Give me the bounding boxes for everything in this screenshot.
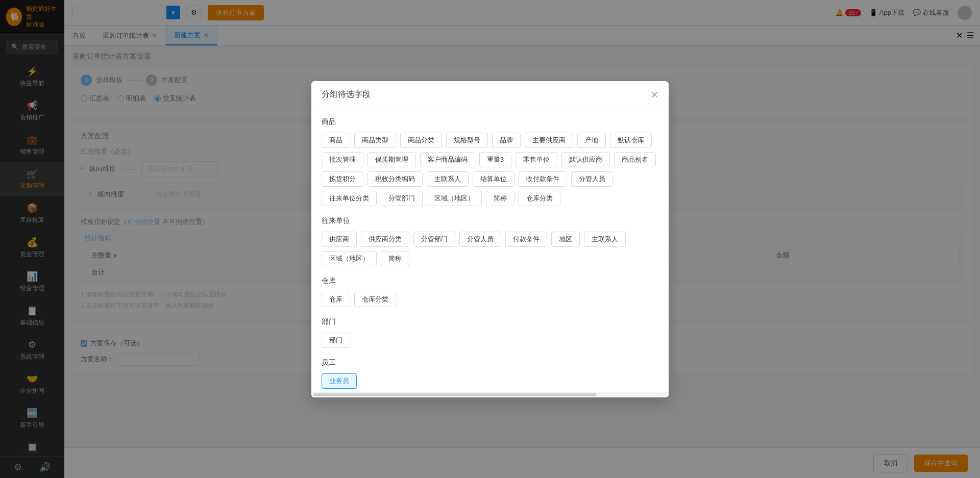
field-tag-product-4[interactable]: 品牌 bbox=[492, 133, 521, 148]
field-tag-warehouse-1[interactable]: 仓库分类 bbox=[354, 292, 396, 307]
modal-hscroll[interactable] bbox=[311, 392, 669, 397]
field-group-department: 部门 部门 bbox=[322, 317, 658, 348]
field-tag-department-0[interactable]: 部门 bbox=[322, 333, 350, 348]
field-group-department-title: 部门 bbox=[322, 317, 658, 326]
field-tag-warehouse-0[interactable]: 仓库 bbox=[322, 292, 350, 307]
field-group-staff: 员工 业务员 bbox=[322, 358, 658, 389]
field-tag-product-8[interactable]: 批次管理 bbox=[322, 152, 363, 167]
field-tag-product-24[interactable]: 简称 bbox=[486, 191, 514, 206]
field-tag-product-3[interactable]: 规格型号 bbox=[446, 133, 488, 148]
field-tag-partner-0[interactable]: 供应商 bbox=[322, 232, 357, 247]
modal-header: 分组待选字段 ✕ bbox=[311, 81, 669, 109]
field-group-partner-title: 往来单位 bbox=[322, 216, 658, 225]
field-tag-product-2[interactable]: 商品分类 bbox=[400, 133, 442, 148]
field-tag-partner-4[interactable]: 付款条件 bbox=[505, 232, 547, 247]
field-tag-product-0[interactable]: 商品 bbox=[322, 133, 350, 148]
field-tag-product-19[interactable]: 收付款条件 bbox=[519, 171, 567, 187]
field-tags-partner: 供应商 供应商分类 分管部门 分管人员 付款条件 地区 主联系人 区域（地区） … bbox=[322, 232, 658, 266]
field-tag-product-12[interactable]: 零售单位 bbox=[516, 152, 557, 167]
field-tag-partner-6[interactable]: 主联系人 bbox=[584, 232, 626, 247]
field-group-warehouse: 仓库 仓库 仓库分类 bbox=[322, 276, 658, 307]
field-tags-warehouse: 仓库 仓库分类 bbox=[322, 292, 658, 307]
modal-dialog: 分组待选字段 ✕ 商品 商品 商品类型 商品分类 规格型号 品牌 主要供应商 产… bbox=[311, 81, 669, 397]
field-tag-partner-1[interactable]: 供应商分类 bbox=[361, 232, 409, 247]
field-tag-product-15[interactable]: 拣货积分 bbox=[322, 171, 363, 187]
field-group-product: 商品 商品 商品类型 商品分类 规格型号 品牌 主要供应商 产地 默认仓库 批次… bbox=[322, 117, 658, 206]
field-tag-product-16[interactable]: 税收分类编码 bbox=[368, 171, 423, 187]
field-tag-product-5[interactable]: 主要供应商 bbox=[525, 133, 573, 148]
field-tags-staff: 业务员 bbox=[322, 373, 658, 389]
field-group-warehouse-title: 仓库 bbox=[322, 276, 658, 286]
field-tag-product-13[interactable]: 默认供应商 bbox=[561, 152, 610, 167]
field-tag-product-6[interactable]: 产地 bbox=[577, 133, 606, 148]
field-tag-partner-7[interactable]: 区域（地区） bbox=[322, 251, 377, 266]
modal-title: 分组待选字段 bbox=[322, 89, 371, 100]
field-tag-product-9[interactable]: 保质期管理 bbox=[368, 152, 416, 167]
field-tag-product-7[interactable]: 默认仓库 bbox=[610, 133, 652, 148]
field-tags-department: 部门 bbox=[322, 333, 658, 348]
field-tag-product-14[interactable]: 商品别名 bbox=[614, 152, 656, 167]
field-tag-product-10[interactable]: 客户商品编码 bbox=[420, 152, 475, 167]
field-tag-product-11[interactable]: 重量3 bbox=[479, 152, 511, 167]
field-tag-product-1[interactable]: 商品类型 bbox=[354, 133, 396, 148]
hscroll-thumb[interactable] bbox=[313, 393, 596, 396]
field-tag-partner-8[interactable]: 简称 bbox=[381, 251, 409, 266]
field-tag-product-18[interactable]: 结算单位 bbox=[473, 171, 514, 187]
hscroll-track bbox=[313, 393, 667, 396]
modal-close-button[interactable]: ✕ bbox=[651, 89, 658, 100]
field-group-staff-title: 员工 bbox=[322, 358, 658, 367]
field-tag-product-17[interactable]: 主联系人 bbox=[427, 171, 469, 187]
field-tag-product-25[interactable]: 仓库分类 bbox=[519, 191, 560, 206]
field-group-partner: 往来单位 供应商 供应商分类 分管部门 分管人员 付款条件 地区 主联系人 区域… bbox=[322, 216, 658, 266]
field-group-product-title: 商品 bbox=[322, 117, 658, 127]
field-tag-partner-3[interactable]: 分管人员 bbox=[459, 232, 501, 247]
modal-body: 商品 商品 商品类型 商品分类 规格型号 品牌 主要供应商 产地 默认仓库 批次… bbox=[311, 109, 669, 392]
field-tag-product-21[interactable]: 往来单位分类 bbox=[322, 191, 377, 206]
field-tag-partner-5[interactable]: 地区 bbox=[551, 232, 580, 247]
field-tag-product-22[interactable]: 分管部门 bbox=[381, 191, 423, 206]
field-tag-product-23[interactable]: 区域（地区） bbox=[427, 191, 482, 206]
field-tags-product: 商品 商品类型 商品分类 规格型号 品牌 主要供应商 产地 默认仓库 批次管理 … bbox=[322, 133, 658, 206]
field-tag-partner-2[interactable]: 分管部门 bbox=[413, 232, 455, 247]
field-tag-staff-0[interactable]: 业务员 bbox=[322, 373, 357, 389]
field-tag-product-20[interactable]: 分管人员 bbox=[571, 171, 613, 187]
modal-overlay: 分组待选字段 ✕ 商品 商品 商品类型 商品分类 规格型号 品牌 主要供应商 产… bbox=[0, 0, 980, 478]
